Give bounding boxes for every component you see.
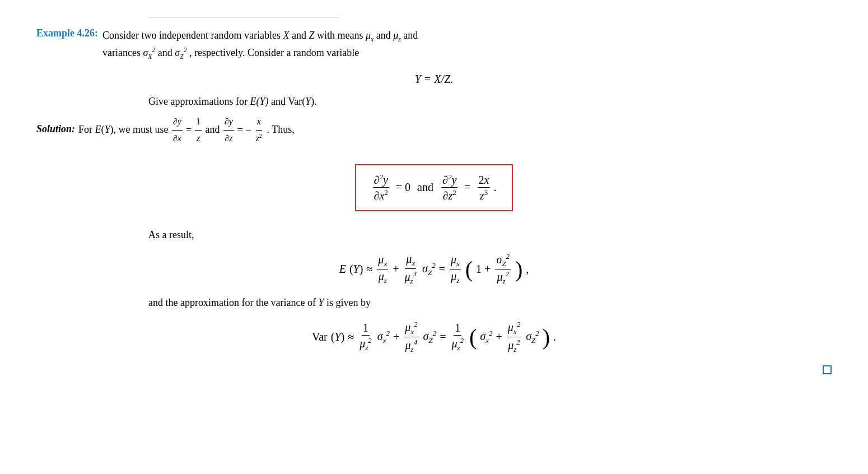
eq-sign-ey: = xyxy=(439,263,445,276)
eq-sign-1: = xyxy=(186,122,192,139)
example-text-p4: , respectively. Consider a random variab… xyxy=(189,47,359,58)
is-given-by: is given by xyxy=(326,297,371,308)
Y-italic: Y xyxy=(318,297,324,308)
frac-d2y-dz2-num: ∂2y xyxy=(441,173,458,188)
sub-x: x xyxy=(371,36,374,43)
boxed-and-text: and xyxy=(417,181,433,194)
frac-1-muz2-num: 1 xyxy=(362,322,370,336)
sup-2-z2: 2 xyxy=(259,133,262,139)
boxed-equation: ∂2y ∂x2 = 0 and ∂2y ∂z2 = 2x z3 . xyxy=(355,164,514,211)
var-Z: Z xyxy=(309,30,314,41)
eq-Y-text: Y = X/Z. xyxy=(415,73,454,85)
frac-2x-z3-den: z3 xyxy=(479,188,489,202)
boxed-left-side: ∂2y ∂x2 = 0 and ∂2y ∂z2 = 2x z3 . xyxy=(372,173,497,202)
and-the-approx: and the approximation for the variance o… xyxy=(148,297,318,308)
frac-1-z: 1 z xyxy=(195,114,202,146)
var-label: Var xyxy=(312,331,328,343)
frac-mux2-muz4-den: μz4 xyxy=(404,337,419,354)
frac-mux-muz-2-den: μz xyxy=(450,269,460,285)
sigma-x2: σX2 xyxy=(143,47,155,58)
example-and3: and xyxy=(403,30,418,41)
and-var-text: and xyxy=(271,96,286,107)
frac-d2y-dz2: ∂2y ∂z2 xyxy=(441,173,458,202)
example-block: Example 4.26: Consider two independent r… xyxy=(36,27,832,63)
partial-dy-dz: ∂y ∂z = − x z2 xyxy=(222,114,264,146)
example-label: Example 4.26: xyxy=(36,27,98,39)
plus-v: + xyxy=(393,331,399,343)
ey-label: E xyxy=(339,263,346,276)
qed-symbol xyxy=(823,365,832,374)
frac-mux-muz: μx μz xyxy=(377,253,388,285)
frac-2x-z3-num: 2x xyxy=(478,174,491,188)
frac-mux-muz-num: μx xyxy=(377,253,388,269)
var-paren-close: ) xyxy=(543,324,550,350)
sol-and: and xyxy=(205,123,222,134)
sigma-Z2-v: σZ2 xyxy=(423,329,437,345)
frac-1-muz2-b-den: μz2 xyxy=(450,336,465,352)
frac-1-muz2-b: 1 μz2 xyxy=(450,322,465,352)
frac-mux-muz3: μx μz3 xyxy=(403,253,418,286)
give-approx-block: Give approximations for E(Y) and Var(Y). xyxy=(148,96,832,108)
frac-mux-muz-den: μz xyxy=(377,269,388,285)
sup-2a: 2 xyxy=(152,47,156,54)
var-paren-open: ( xyxy=(469,324,477,350)
page-content: Example 4.26: Consider two independent r… xyxy=(36,17,832,377)
example-text: Consider two independent random variable… xyxy=(102,27,418,63)
frac-mux-muz3-num: μx xyxy=(405,253,416,269)
qed-block xyxy=(36,365,832,377)
boxed-eq-block: ∂2y ∂x2 = 0 and ∂2y ∂z2 = 2x z3 . xyxy=(36,154,832,221)
EY-text: E(Y) xyxy=(250,96,271,107)
frac-sigmaZ2-muz2: σZ2 μz2 xyxy=(495,252,511,286)
ey-comma: , xyxy=(526,263,529,276)
solution-text: For E(Y), we must use ∂y ∂x = 1 z and ∂y… xyxy=(78,114,295,146)
ey-approx-sign: ≈ xyxy=(366,263,372,276)
as-result-text: As a result, xyxy=(148,229,832,241)
frac-1-z-den: z xyxy=(195,131,201,146)
sol-EY: E xyxy=(95,123,101,134)
frac-dy-dx: ∂y ∂x xyxy=(172,114,183,146)
sigma-x2-v: σx2 xyxy=(377,329,390,345)
frac-dy-dx-den: ∂x xyxy=(172,131,183,146)
vary-approx-expr: Var(Y) ≈ 1 μz2 σx2 + μx2 μz4 σZ2 = 1 μz2 xyxy=(312,320,556,354)
frac-mux2-muz4: μx2 μz4 xyxy=(404,320,418,354)
vary-paren: (Y) xyxy=(331,331,344,343)
example-text-p3: variances xyxy=(102,47,143,58)
frac-mux2-muz2-b-num: μx2 xyxy=(507,320,521,337)
example-and1: and xyxy=(292,30,309,41)
frac-1-muz2-den: μz2 xyxy=(358,336,373,352)
var-period: . xyxy=(553,331,556,343)
one-plus: 1 + xyxy=(476,263,491,276)
sub-z: z xyxy=(398,36,401,43)
give-approx-text: Give approximations for xyxy=(148,96,248,107)
frac-dy-dx-num: ∂y xyxy=(172,114,183,131)
sup-2b: 2 xyxy=(184,47,187,54)
solution-block: Solution: For E(Y), we must use ∂y ∂x = … xyxy=(36,114,832,146)
frac-1-muz2: 1 μz2 xyxy=(358,322,373,352)
ey-approx-block: E(Y) ≈ μx μz + μx μz3 σZ2 = μx μz ( 1 + xyxy=(36,252,832,286)
frac-2x-z3: 2x z3 xyxy=(478,174,491,202)
sub-Z2: Z xyxy=(180,53,184,61)
mu-z: μz xyxy=(393,30,401,41)
frac-dy-dz-num: ∂y xyxy=(223,114,234,131)
frac-mux2-muz4-num: μx2 xyxy=(404,320,418,337)
frac-mux-muz3-den: μz3 xyxy=(403,269,418,286)
boxed-eq-zero: = 0 xyxy=(396,181,410,194)
frac-d2y-dx2-den: ∂x2 xyxy=(373,188,389,202)
sigma-Z2-vb: σZ2 xyxy=(526,329,539,345)
mu-x: μx xyxy=(366,30,374,41)
frac-sigmaZ2-muz2-den: μz2 xyxy=(496,269,510,286)
example-and2: and xyxy=(376,30,394,41)
frac-dy-dz: ∂y ∂z xyxy=(223,114,234,146)
paren-close: ) xyxy=(515,256,522,282)
example-and4: and xyxy=(158,47,175,58)
top-rule xyxy=(148,17,339,17)
partial-dy-dx: ∂y ∂x = 1 z xyxy=(171,114,203,146)
example-text-p2: with means xyxy=(317,30,366,41)
frac-mux-muz-2: μx μz xyxy=(450,253,461,285)
frac-mux2-muz2-b: μx2 μz2 xyxy=(507,320,521,354)
plus1: + xyxy=(393,263,399,276)
frac-d2y-dz2-den: ∂z2 xyxy=(442,188,458,202)
plus-v2: + xyxy=(496,331,502,343)
frac-d2y-dx2-num: ∂2y xyxy=(373,173,389,188)
frac-x-z2-num: x xyxy=(256,114,262,131)
